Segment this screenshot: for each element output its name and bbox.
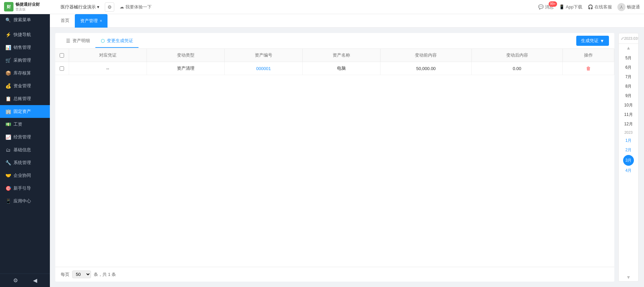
sidebar-item-guide[interactable]: 🎯 新手引导	[0, 182, 50, 195]
col-after-change: 变动后内容	[471, 49, 562, 62]
scroll-up-button[interactable]: ▲	[619, 44, 638, 52]
system-icon: 🔧	[5, 160, 11, 165]
logo-area: 财 畅捷通好业财 普及版	[4, 2, 54, 11]
delete-button[interactable]: 🗑	[586, 66, 591, 71]
sidebar-item-label: 工资	[13, 121, 22, 127]
notifications-button[interactable]: 💬 消息 99+	[538, 4, 554, 10]
date-month-item[interactable]: 10月	[620, 101, 637, 110]
date-month-item[interactable]: 6月	[620, 63, 637, 72]
date-month-item[interactable]: 11月	[620, 110, 637, 119]
search-icon: 🔍	[5, 18, 11, 23]
sidebar-item-label: 经营管理	[13, 134, 31, 140]
cell-voucher: --	[69, 62, 147, 75]
user-menu[interactable]: 人 畅捷通	[617, 3, 640, 11]
date-month-item[interactable]: 4月	[620, 166, 637, 175]
page-size-select[interactable]: 102050100	[72, 270, 91, 278]
select-all-checkbox[interactable]	[60, 53, 64, 58]
sidebar-item-label: 固定资产	[13, 108, 31, 115]
tab-home[interactable]: 首页	[55, 14, 75, 28]
sidebar-nav: ⚡ 快捷导航 📊 销售管理 🛒 采购管理 📦 库存核算 💰 资金管理 📋	[0, 26, 50, 274]
scroll-up-icon: ▲	[626, 45, 631, 51]
date-month-item[interactable]: 7月	[620, 72, 637, 82]
cell-asset-code: 000001	[224, 62, 302, 75]
content-area: 首页 资产管理 × ☰ 资产明细 ⬡ 变更生成凭证	[50, 14, 644, 287]
sidebar-search[interactable]: 🔍 搜索菜单	[0, 14, 50, 26]
sidebar-item-fixed-assets[interactable]: 🏢 固定资产	[0, 105, 50, 118]
table-wrapper: 对应凭证 变动类型 资产编号 资产名称 变动前内容 变动后内容 操作	[55, 49, 614, 267]
close-icon[interactable]: ×	[638, 36, 639, 41]
customer-service-button[interactable]: 🎧 在线客服	[588, 4, 612, 10]
user-name: 畅捷通	[627, 4, 640, 10]
tab-asset-management[interactable]: 资产管理 ×	[75, 14, 108, 28]
date-month-item[interactable]: 8月	[620, 82, 637, 91]
date-month-item[interactable]: 3月	[623, 155, 634, 166]
sidebar-item-app-center[interactable]: 📱 应用中心	[0, 195, 50, 208]
dropdown-arrow-icon: ▼	[600, 38, 604, 43]
app-download-label: App下载	[566, 4, 582, 10]
purchase-icon: 🛒	[5, 58, 11, 63]
sidebar-item-sales[interactable]: 📊 销售管理	[0, 41, 50, 54]
sidebar-item-label: 应用中心	[13, 198, 31, 204]
ledger-icon: 📋	[5, 96, 11, 101]
tab-close-icon[interactable]: ×	[100, 19, 102, 23]
date-month-item[interactable]: 12月	[620, 120, 637, 129]
company-name: 医疗器械行业演示	[61, 4, 96, 10]
sidebar-bottom: ⚙ ◀	[0, 274, 50, 287]
sidebar-item-payroll[interactable]: 💵 工资	[0, 118, 50, 131]
basic-info-icon: 🗂	[5, 147, 11, 153]
sidebar-item-basic-info[interactable]: 🗂 基础信息	[0, 144, 50, 156]
finance-icon: 💰	[5, 83, 11, 89]
fixed-assets-icon: 🏢	[5, 109, 11, 114]
company-selector[interactable]: 医疗器械行业演示 ▾	[58, 3, 102, 11]
operations-icon: 📈	[5, 134, 11, 140]
sidebar-item-system[interactable]: 🔧 系统管理	[0, 156, 50, 169]
sub-tab-generate-voucher[interactable]: ⬡ 变更生成凭证	[95, 34, 139, 48]
logo-title: 畅捷通好业财	[16, 2, 40, 7]
tab-label: 资产管理	[80, 18, 98, 24]
col-change-type: 变动类型	[147, 49, 224, 62]
page-content: ☰ 资产明细 ⬡ 变更生成凭证 生成凭证 ▼	[50, 28, 644, 287]
top-header: 财 畅捷通好业财 普及版 医疗器械行业演示 ▾ ⚙ ☁ 我要体验一下 💬 消息 …	[0, 0, 644, 14]
generate-voucher-button[interactable]: 生成凭证 ▼	[576, 36, 609, 46]
app-center-icon: 📱	[5, 198, 11, 204]
scroll-down-button[interactable]: ▼	[619, 273, 638, 281]
sidebar-settings-icon[interactable]: ⚙	[13, 277, 18, 284]
logo-text-area: 畅捷通好业财 普及版	[16, 2, 40, 11]
sidebar-item-enterprise[interactable]: 🤝 企业协同	[0, 169, 50, 182]
date-month-item[interactable]: 5月	[620, 54, 637, 63]
sidebar-item-ledger[interactable]: 📋 总账管理	[0, 92, 50, 105]
settings-button[interactable]: ⚙	[105, 2, 114, 12]
sidebar-item-finance[interactable]: 💰 资金管理	[0, 79, 50, 92]
sidebar-item-quick-nav[interactable]: ⚡ 快捷导航	[0, 28, 50, 41]
app-download-button[interactable]: 📱 App下载	[559, 4, 582, 10]
sidebar-collapse-icon[interactable]: ◀	[33, 277, 37, 284]
sidebar-item-purchase[interactable]: 🛒 采购管理	[0, 54, 50, 67]
logo-subtitle: 普及版	[16, 7, 40, 12]
row-checkbox-0[interactable]	[60, 66, 64, 71]
inventory-icon: 📦	[5, 70, 11, 76]
generate-btn-area: 生成凭证 ▼	[576, 33, 609, 49]
sidebar-item-inventory[interactable]: 📦 库存核算	[0, 67, 50, 79]
header-right: 💬 消息 99+ 📱 App下载 🎧 在线客服 人 畅捷通	[538, 3, 640, 11]
guide-icon: 🎯	[5, 186, 11, 191]
col-before-change: 变动前内容	[380, 49, 471, 62]
expand-icon[interactable]: ⤢	[621, 36, 624, 41]
date-month-item[interactable]: 2月	[620, 146, 637, 155]
generate-btn-label: 生成凭证	[581, 38, 599, 44]
main-card: ☰ 资产明细 ⬡ 变更生成凭证 生成凭证 ▼	[55, 33, 614, 282]
header-middle: 医疗器械行业演示 ▾ ⚙ ☁ 我要体验一下	[54, 2, 538, 12]
sub-tab-asset-detail[interactable]: ☰ 资产明细	[61, 34, 95, 48]
tab-bar: 首页 资产管理 ×	[50, 14, 644, 28]
sidebar-item-label: 系统管理	[13, 160, 31, 166]
date-month-item[interactable]: 9月	[620, 91, 637, 100]
date-month-item[interactable]: 1月	[620, 136, 637, 145]
notifications-badge: 99+	[549, 1, 557, 7]
experience-button[interactable]: ☁ 我要体验一下	[117, 3, 154, 11]
date-label: 2023.03	[624, 36, 638, 40]
sales-icon: 📊	[5, 45, 11, 50]
sidebar-item-operations[interactable]: 📈 经营管理	[0, 131, 50, 144]
cell-change-type: 资产清理	[147, 62, 224, 75]
cloud-icon: ☁	[120, 4, 124, 9]
total-label: 条，共 1 条	[94, 272, 116, 278]
col-voucher: 对应凭证	[69, 49, 147, 62]
